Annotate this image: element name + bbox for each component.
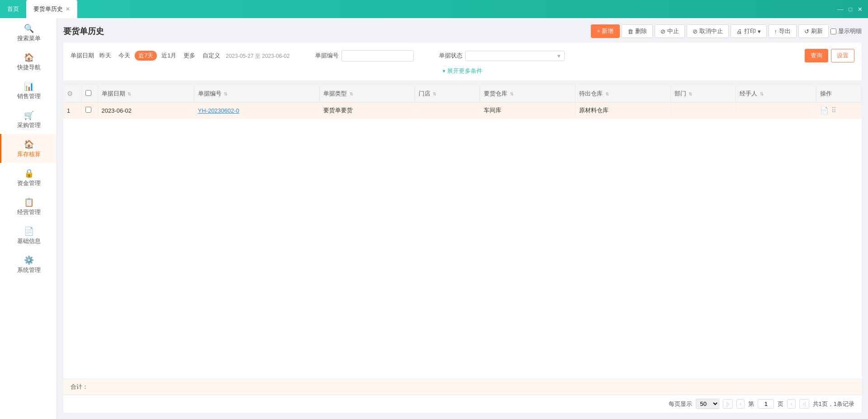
cancel-stop-button[interactable]: ⊘ 取消中止 xyxy=(687,24,729,38)
col-req-warehouse-label: 要货仓库 xyxy=(484,90,507,97)
sidebar-item-search-menu[interactable]: 🔍 搜索菜单 xyxy=(0,18,57,47)
col-store: 门店 ⇅ xyxy=(415,85,480,103)
search-menu-icon: 🔍 xyxy=(24,24,34,33)
main-layout: 🔍 搜索菜单 🏠 快捷导航 📊 销售管理 🛒 采购管理 🏠 库存核算 🔒 资金管… xyxy=(0,18,868,419)
cell-checkbox xyxy=(81,103,98,119)
sidebar-item-quick-nav[interactable]: 🏠 快捷导航 xyxy=(0,47,57,76)
toolbar: + 新增 🗑 🗑 删除 删除 ⊘ 中止 ⊘ 取消中止 🖨 打印 ▾ xyxy=(591,24,862,38)
minimize-icon[interactable]: — xyxy=(837,6,843,13)
next-page-button[interactable]: › xyxy=(787,399,795,409)
bill-type-sort-icon[interactable]: ⇅ xyxy=(349,91,353,96)
prev-page-button[interactable]: ‹ xyxy=(736,399,745,409)
col-req-warehouse: 要货仓库 ⇅ xyxy=(480,85,576,103)
col-pending-warehouse-label: 待出仓库 xyxy=(579,90,603,97)
col-handler: 经手人 ⇅ xyxy=(736,85,816,103)
col-bill-no-label: 单据编号 xyxy=(198,90,222,97)
purchase-mgmt-icon: 🛒 xyxy=(24,111,34,119)
col-operation: 操作 xyxy=(816,85,862,103)
department-sort-icon[interactable]: ⇅ xyxy=(689,91,692,96)
cell-bill-type: 要货单要货 xyxy=(320,103,415,119)
close-window-icon[interactable]: ✕ xyxy=(858,6,863,13)
sidebar-item-basic-info[interactable]: 📄 基础信息 xyxy=(0,221,57,250)
sidebar: 🔍 搜索菜单 🏠 快捷导航 📊 销售管理 🛒 采购管理 🏠 库存核算 🔒 资金管… xyxy=(0,18,57,419)
col-bill-type: 单据类型 ⇅ xyxy=(320,85,415,103)
display-detail-label: 显示明细 xyxy=(830,27,862,35)
sidebar-label-quick-nav: 快捷导航 xyxy=(17,63,41,71)
top-bar: 首页 要货单历史 ✕ — □ ✕ xyxy=(0,0,868,18)
pagination-bar: 每页显示 50 10 20 100 |‹ ‹ 第 页 › ›| 共1页，1条记录 xyxy=(63,395,862,413)
export-button[interactable]: ↑ 导出 xyxy=(769,24,797,38)
date-sort-icon[interactable]: ⇅ xyxy=(127,91,131,96)
first-page-button[interactable]: |‹ xyxy=(723,399,733,409)
display-detail-checkbox[interactable] xyxy=(830,29,836,34)
page-title: 要货单历史 xyxy=(63,26,104,37)
maximize-icon[interactable]: □ xyxy=(849,6,852,13)
col-operation-label: 操作 xyxy=(820,90,832,97)
sidebar-item-operations-mgmt[interactable]: 📋 经营管理 xyxy=(0,192,57,221)
sidebar-label-sales-mgmt: 销售管理 xyxy=(17,92,41,100)
refresh-icon: ↺ xyxy=(804,28,809,35)
setting-button[interactable]: 设置 xyxy=(831,49,854,62)
col-settings: ⚙ xyxy=(63,85,81,103)
stop-icon: ⊘ xyxy=(660,28,665,35)
tab-home-label: 首页 xyxy=(7,5,19,13)
bill-no-input[interactable] xyxy=(341,50,414,62)
shortcut-7days[interactable]: 近7天 xyxy=(135,51,157,61)
filter-row-1: 单据日期 昨天 今天 近7天 近1月 更多 自定义 2023-05-27 至 2… xyxy=(71,49,854,62)
shortcut-yesterday[interactable]: 昨天 xyxy=(97,51,114,61)
col-department: 部门 ⇅ xyxy=(670,85,736,103)
tab-bar: 首页 要货单历史 ✕ xyxy=(0,0,77,18)
close-tab-icon[interactable]: ✕ xyxy=(66,6,70,12)
page-number-input[interactable] xyxy=(758,399,774,409)
status-select[interactable]: ▾ xyxy=(465,51,565,61)
sidebar-item-system-mgmt[interactable]: ⚙️ 系统管理 xyxy=(0,250,57,279)
shortcut-more[interactable]: 更多 xyxy=(181,51,198,61)
pending-warehouse-sort-icon[interactable]: ⇅ xyxy=(605,91,609,96)
bill-no-label: 单据编号 xyxy=(315,52,339,60)
refresh-button[interactable]: ↺ 刷新 xyxy=(798,24,829,38)
view-action-icon[interactable]: 📄 xyxy=(820,106,829,114)
expand-more-label: 展开更多条件 xyxy=(447,67,482,75)
cell-department xyxy=(670,103,736,119)
store-sort-icon[interactable]: ⇅ xyxy=(433,91,436,96)
window-controls: — □ ✕ xyxy=(837,6,868,13)
date-shortcuts: 昨天 今天 近7天 近1月 更多 自定义 xyxy=(97,51,223,61)
req-warehouse-sort-icon[interactable]: ⇅ xyxy=(510,91,514,96)
handler-sort-icon[interactable]: ⇅ xyxy=(760,91,764,96)
shortcut-today[interactable]: 今天 xyxy=(116,51,133,61)
sales-mgmt-icon: 📊 xyxy=(24,82,34,90)
page-size-select[interactable]: 50 10 20 100 xyxy=(696,399,719,409)
more-action-icon[interactable]: ⠿ xyxy=(831,106,836,114)
shortcut-1month[interactable]: 近1月 xyxy=(159,51,179,61)
delete-button[interactable]: 🗑 🗑 删除 删除 xyxy=(622,24,653,38)
table-row: 1 2023-06-02 YH-20230602-0 要货单要货 车间库 原材料… xyxy=(63,103,862,119)
delete-icon: 🗑 xyxy=(627,28,633,35)
bill-no-sort-icon[interactable]: ⇅ xyxy=(224,91,227,96)
select-all-checkbox[interactable] xyxy=(85,90,91,96)
shortcut-custom[interactable]: 自定义 xyxy=(200,51,223,61)
last-page-button[interactable]: ›| xyxy=(799,399,809,409)
tab-home[interactable]: 首页 xyxy=(0,0,26,18)
sidebar-item-sales-mgmt[interactable]: 📊 销售管理 xyxy=(0,76,57,105)
stop-button[interactable]: ⊘ 中止 xyxy=(655,24,685,38)
tab-requisition-history[interactable]: 要货单历史 ✕ xyxy=(26,0,77,18)
column-settings-icon[interactable]: ⚙ xyxy=(67,90,73,97)
col-store-label: 门店 xyxy=(419,90,430,97)
sidebar-item-purchase-mgmt[interactable]: 🛒 采购管理 xyxy=(0,105,57,134)
row-checkbox[interactable] xyxy=(85,107,91,113)
sidebar-item-finance-mgmt[interactable]: 🔒 资金管理 xyxy=(0,163,57,192)
finance-mgmt-icon: 🔒 xyxy=(24,169,34,177)
export-icon: ↑ xyxy=(774,28,778,35)
bill-no-link[interactable]: YH-20230602-0 xyxy=(198,107,240,114)
table-container: ⚙ 单据日期 ⇅ 单据编号 ⇅ xyxy=(63,85,862,413)
sidebar-label-inventory: 库存核算 xyxy=(17,150,41,158)
new-button[interactable]: + 新增 xyxy=(591,24,619,38)
query-button[interactable]: 查询 xyxy=(805,49,828,62)
inventory-icon: 🏠 xyxy=(24,140,34,148)
expand-more-row[interactable]: ▾ 展开更多条件 xyxy=(71,66,854,76)
col-handler-label: 经手人 xyxy=(740,90,757,97)
sidebar-item-inventory[interactable]: 🏠 库存核算 xyxy=(0,134,57,163)
cell-store xyxy=(415,103,480,119)
print-button[interactable]: 🖨 打印 ▾ xyxy=(731,24,767,38)
col-bill-type-label: 单据类型 xyxy=(323,90,347,97)
